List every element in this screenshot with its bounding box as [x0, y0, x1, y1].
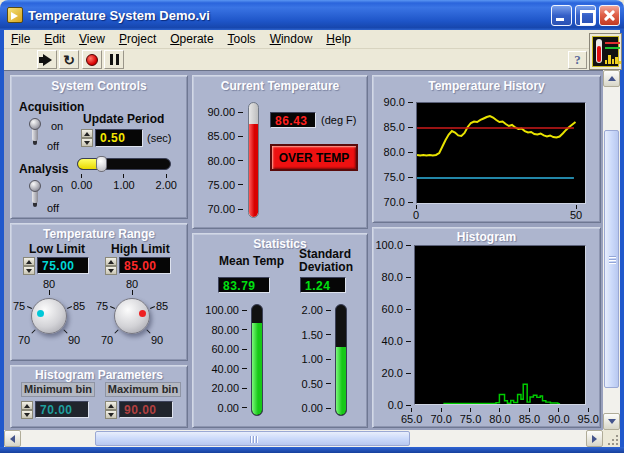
x-tick-label: 65.0	[401, 408, 422, 425]
mean-temp-label: Mean Temp	[219, 254, 284, 268]
knob-tick-80: 80	[126, 278, 138, 290]
std-gauge-fill	[336, 347, 346, 415]
high-limit-value[interactable]: 85.00	[119, 257, 171, 274]
current-temperature-panel: Current Temperature 90.0085.0080.0075.00…	[192, 75, 368, 229]
gauge-tick-label: 80.00	[211, 324, 247, 336]
panel-title: Histogram Parameters	[11, 368, 187, 382]
gauge-tick-label: 60.00	[211, 343, 247, 355]
high-limit-spinner[interactable]	[105, 257, 117, 275]
scroll-left-button[interactable]	[4, 430, 21, 447]
acquisition-label: Acquisition	[19, 100, 84, 114]
history-y-axis: 90.085.080.075.070.0	[375, 96, 413, 208]
low-limit-spinner[interactable]	[23, 257, 35, 275]
slider-tick-label: 0.00	[71, 174, 92, 191]
scroll-down-button[interactable]	[603, 413, 620, 430]
horizontal-scrollbar[interactable]	[4, 430, 603, 447]
abort-button[interactable]	[82, 50, 102, 69]
title-bar[interactable]: Temperature System Demo.vi	[0, 0, 624, 30]
scroll-up-button[interactable]	[603, 70, 620, 87]
statistics-panel: Statistics Mean Temp Standard Deviation …	[192, 233, 368, 428]
panel-title: System Controls	[11, 79, 187, 93]
minimum-bin-value[interactable]: 70.00	[35, 401, 89, 418]
thermometer-tick-label: 80.00	[207, 155, 243, 167]
gauge-tick-label: 100.00	[205, 304, 247, 316]
histogram-bars-icon	[605, 52, 621, 64]
gauge-tick-label: 1.50	[302, 329, 331, 341]
menu-help[interactable]: Help	[319, 30, 358, 48]
menu-file[interactable]: File	[4, 30, 37, 48]
knob-tick-75: 75	[96, 300, 108, 312]
high-limit-knob[interactable]	[114, 298, 150, 334]
history-x-tick-50: 50	[566, 205, 586, 221]
acquisition-switch[interactable]	[27, 118, 43, 148]
update-period-label: Update Period	[83, 112, 164, 126]
thermometer-tick-label: 85.00	[207, 130, 243, 142]
horizontal-scroll-thumb[interactable]	[95, 431, 410, 446]
menu-window[interactable]: Window	[263, 30, 320, 48]
series-frequency	[443, 384, 560, 403]
low-limit-label: Low Limit	[29, 242, 85, 256]
context-help-button[interactable]: ?	[568, 51, 587, 69]
menu-edit[interactable]: Edit	[37, 30, 72, 48]
knob-tick-85: 85	[156, 300, 168, 312]
menu-view[interactable]: View	[72, 30, 112, 48]
slider-tick-label: 2.00	[156, 174, 177, 191]
standard-deviation-label: Standard Deviation	[299, 248, 361, 274]
y-tick-label: 40.0	[382, 335, 411, 347]
mean-temp-value: 83.79	[218, 277, 270, 293]
temperature-history-plot	[417, 103, 585, 203]
pause-button[interactable]	[104, 50, 124, 69]
current-temperature-unit: (deg F)	[321, 114, 356, 126]
menu-tools[interactable]: Tools	[221, 30, 263, 48]
histogram-plot	[415, 246, 585, 404]
histogram-panel: Histogram 100.080.060.040.020.00.0 65.07…	[372, 227, 601, 428]
low-limit-value[interactable]: 75.00	[37, 257, 89, 274]
update-period-slider[interactable]	[77, 158, 171, 170]
analysis-switch[interactable]	[27, 180, 43, 210]
maximum-bin-value[interactable]: 90.00	[119, 401, 173, 418]
gauge-tick-label: 2.00	[302, 304, 331, 316]
standard-deviation-scale: 2.001.501.000.500.00	[291, 304, 331, 414]
x-tick-label: 80.0	[489, 408, 510, 425]
maximize-button[interactable]	[575, 5, 596, 26]
thermometer-scale: 90.0085.0080.0075.0070.00	[199, 106, 243, 215]
gauge-tick-label: 0.50	[302, 378, 331, 390]
minimum-bin-spinner[interactable]	[21, 401, 33, 419]
menu-project[interactable]: Project	[112, 30, 163, 48]
scroll-right-button[interactable]	[586, 430, 603, 447]
gauge-tick-label: 40.00	[211, 363, 247, 375]
slider-knob[interactable]	[96, 156, 107, 172]
y-tick-label: 80.0	[384, 146, 413, 158]
thermometer-tick-label: 70.00	[207, 203, 243, 215]
thermometer-icon	[596, 39, 602, 63]
run-arrow-icon	[43, 54, 52, 66]
menu-operate[interactable]: Operate	[163, 30, 220, 48]
update-period-spinner[interactable]	[81, 129, 93, 147]
x-tick-label: 95.0	[578, 408, 599, 425]
update-period-unit: (sec)	[147, 132, 171, 144]
green-trace-icon	[605, 47, 620, 49]
vi-icon-art	[592, 36, 619, 67]
vertical-scroll-thumb[interactable]	[604, 130, 619, 388]
knob-tick-70: 70	[101, 334, 113, 346]
red-trace-icon	[605, 42, 620, 44]
mean-temp-gauge	[251, 304, 263, 416]
window-title: Temperature System Demo.vi	[28, 8, 210, 23]
maximum-bin-spinner[interactable]	[105, 401, 117, 419]
run-continuously-button[interactable]: ↻	[59, 50, 79, 69]
resize-grip[interactable]	[603, 430, 620, 447]
knob-tick-90: 90	[68, 334, 80, 346]
history-x-tick-0: 0	[411, 205, 421, 221]
low-limit-knob[interactable]	[31, 298, 67, 334]
analysis-off-label: off	[47, 202, 59, 214]
close-button[interactable]	[599, 5, 620, 26]
panel-title: Current Temperature	[193, 79, 367, 93]
temperature-history-chart	[416, 102, 586, 204]
update-period-value[interactable]: 0.50	[95, 129, 143, 147]
minimize-button[interactable]	[551, 5, 572, 26]
vi-icon[interactable]	[589, 33, 622, 70]
vertical-scrollbar[interactable]	[603, 70, 620, 430]
run-button[interactable]	[37, 50, 57, 69]
over-temp-indicator: OVER TEMP	[270, 144, 358, 171]
analysis-label: Analysis	[19, 162, 68, 176]
